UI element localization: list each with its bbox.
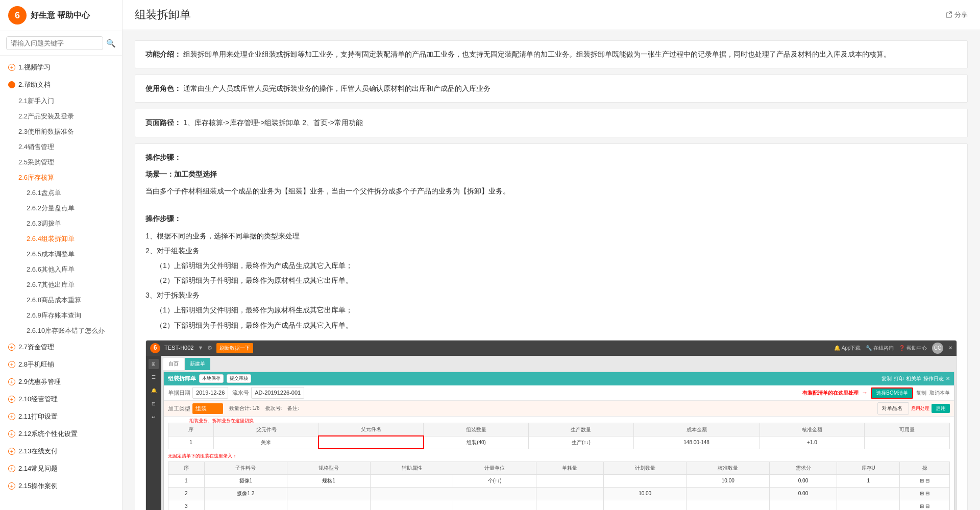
num-val: AD-20191226-001 <box>251 387 304 399</box>
app-title: 好生意 帮助中心 <box>31 10 90 21</box>
sidebar-item-docs-2-4[interactable]: 2.4销售管理 <box>0 139 122 155</box>
main-panel: 组装拆卸单 分享 功能介绍： 组装拆卸单用来处理企业组装或拆卸等加工业务，支持有… <box>122 0 980 510</box>
sidebar-item-docs-2-5[interactable]: 2.5采购管理 <box>0 155 122 170</box>
scene-desc: 当由多个子件材料组装成一个成品的业务为【组装】业务，当由一个父件拆分成多个子产品… <box>145 185 957 198</box>
intro-block: 功能介绍： 组装拆卸单用来处理企业组装或拆卸等加工业务，支持有固定装配清单的产品… <box>135 40 968 68</box>
sim-lower-table: 序 子件料号 规格型号 辅助属性 计量单位 单耗量 计划数量 核 <box>168 462 950 510</box>
sidebar-item-docs-2-6-2[interactable]: 2.6.2分量盘点单 <box>0 201 122 216</box>
expand-icon <box>8 344 15 351</box>
share-button[interactable]: 分享 <box>945 10 968 19</box>
sidebar-item-docs-2-2[interactable]: 2.2产品安装及登录 <box>0 109 122 124</box>
share-icon <box>945 11 952 18</box>
sidebar-item-faq[interactable]: 2.14常见问题 <box>0 460 122 477</box>
sidebar-item-settings[interactable]: 2.12系统个性化设置 <box>0 425 122 443</box>
annotation1-text: 有装配清单的在这里处理 <box>802 388 859 398</box>
sim-tab-home[interactable]: 自页 <box>163 358 184 370</box>
annotation2-text: 组装业务、拆卸业务在这里切换 <box>189 418 254 423</box>
sim-screenshot: 6 TEST-H002 ▼ ⚙ 刷新数据一下 🔔 App下载 🔧 在线咨询 ❓ … <box>146 341 957 510</box>
sim-copy-text: 复制 <box>916 388 926 398</box>
sim-tab-new[interactable]: 新建单 <box>185 358 210 370</box>
sim-enable-btn[interactable]: 启用 <box>932 404 950 413</box>
sidebar-item-docs-2-1[interactable]: 2.1新手入门 <box>0 93 122 109</box>
step2: 2、对于组装业务 <box>145 245 957 257</box>
role-label: 使用角色： <box>145 84 181 92</box>
date-val: 2019-12-26 <box>192 387 228 399</box>
col-approve-amt: 核准金额 <box>760 423 865 436</box>
col-parent-name: 父元件名 <box>318 423 424 436</box>
path-block: 页面路径： 1、库存核算->库存管理->组装拆卸单 2、首页->常用功能 <box>135 109 968 137</box>
table-row: 2 摄像1 2 10.00 <box>168 488 950 500</box>
num-label: 流水号 <box>232 388 249 398</box>
sidebar-item-coupon[interactable]: 2.9优惠券管理 <box>0 373 122 391</box>
step3-1: （1）上部明细为父件明细，最终作为原材料生成其它出库单； <box>145 304 957 317</box>
steps-block: 操作步骤： 场景一：加工类型选择 当由多个子件材料组装成一个成品的业务为【组装】… <box>135 143 968 510</box>
sidebar-item-docs[interactable]: 2.帮助文档 <box>0 76 122 93</box>
main-content: 功能介绍： 组装拆卸单用来处理企业组装或拆卸等加工业务，支持有固定装配清单的产品… <box>122 30 980 510</box>
sim-field-num: 流水号 AD-20191226-001 <box>232 387 304 399</box>
sidebar-item-video[interactable]: 1.视频学习 <box>0 59 122 76</box>
sim-bom-btn-wrapper: 选择BOM清单 <box>871 387 913 399</box>
sidebar-item-docs-2-6-8[interactable]: 2.6.8商品成本重算 <box>0 293 122 308</box>
sim-field-date: 单据日期 2019-12-26 <box>168 387 228 399</box>
table-row: 1 摄像1 规格1 个(↑↓) 10.00 <box>168 475 950 488</box>
path-label: 页面路径： <box>145 118 181 127</box>
annotation2-container: 组装业务、拆卸业务在这里切换 <box>189 416 254 425</box>
sidebar-item-ops[interactable]: 2.10经营管理 <box>0 391 122 408</box>
sim-submit-btn[interactable]: 提交审核 <box>227 374 251 383</box>
step2-2: （2）下部明细为子件明细，最终作为原材料生成其它出库单。 <box>145 274 957 287</box>
sidebar-item-pay[interactable]: 2.13在线支付 <box>0 443 122 460</box>
steps-sub-title: 操作步骤： <box>145 212 957 225</box>
intro-label: 功能介绍： <box>145 50 181 58</box>
sim-type-field: 加工类型 组装 <box>168 403 223 415</box>
type-label: 加工类型 <box>168 404 190 414</box>
sidebar-item-docs-2-6[interactable]: 2.6库存核算 <box>0 170 122 185</box>
sidebar-item-label: 2.11打印设置 <box>18 412 58 421</box>
expand-icon <box>8 361 15 368</box>
nav-section: 1.视频学习 2.帮助文档 2.1新手入门 2.2产品安装及登录 2.3使用前数… <box>0 56 122 498</box>
step3: 3、对于拆装业务 <box>145 289 957 302</box>
sim-extra-fields: 数量合计: 1/6 批次号: 备注: <box>229 404 299 413</box>
sidebar-item-mobile[interactable]: 2.8手机旺铺 <box>0 356 122 373</box>
screenshot-container: 6 TEST-H002 ▼ ⚙ 刷新数据一下 🔔 App下载 🔧 在线咨询 ❓ … <box>145 340 957 510</box>
sidebar-item-docs-2-6-10[interactable]: 2.6.10库存账本错了怎么办 <box>0 323 122 338</box>
sidebar-item-label: 1.视频学习 <box>18 63 51 72</box>
expand-icon <box>8 448 15 455</box>
sim-save-btn[interactable]: 本地保存 <box>199 374 224 383</box>
sidebar-item-label: 2.8手机旺铺 <box>18 360 54 369</box>
sim-enable-area: 对单品名 启用处理 启用 <box>877 402 950 415</box>
sidebar-item-docs-2-6-3[interactable]: 2.6.3调拨单 <box>0 216 122 231</box>
sidebar-item-docs-2-6-9[interactable]: 2.6.9库存账本查询 <box>0 308 122 323</box>
sim-enable-field: 对单品名 <box>877 402 909 415</box>
sidebar-item-print[interactable]: 2.11打印设置 <box>0 408 122 425</box>
search-input[interactable] <box>6 36 103 50</box>
sidebar-item-docs-2-6-4[interactable]: 2.6.4组装拆卸单 <box>0 231 122 247</box>
step2-1: （1）上部明细为父件明细，最终作为产成品生成其它入库单； <box>145 259 957 272</box>
sidebar-item-docs-2-3[interactable]: 2.3使用前数据准备 <box>0 124 122 139</box>
sidebar-item-money[interactable]: 2.7资金管理 <box>0 338 122 356</box>
sim-cancel-text: 取消本单 <box>929 388 950 398</box>
expand-icon <box>8 64 15 71</box>
collapse-icon <box>8 81 15 88</box>
expand-icon <box>8 413 15 420</box>
sim-tabs-row: 自页 新建单 <box>163 358 954 370</box>
sim-body: ⊞ ☰ 🔔 ⊡ ↩ 自页 新建单 <box>146 356 957 510</box>
table-row: 1 关米 组装(40) 生产(↑↓) 148.00-148 +1.0 <box>168 436 950 449</box>
date-label: 单据日期 <box>168 388 190 398</box>
sim-upper-table: 序 父元件号 父元件名 组装数量 生产数量 成本金额 核准金额 <box>168 423 950 449</box>
sidebar-item-label: 2.10经营管理 <box>18 395 58 404</box>
sidebar-item-docs-2-6-7[interactable]: 2.6.7其他出库单 <box>0 277 122 293</box>
sidebar-item-docs-2-6-5[interactable]: 2.6.5成本调整单 <box>0 247 122 262</box>
sidebar-item-label: 2.7资金管理 <box>18 343 54 352</box>
sidebar-item-cases[interactable]: 2.15操作案例 <box>0 477 122 495</box>
share-label: 分享 <box>954 10 968 19</box>
page-title: 组装拆卸单 <box>135 7 191 22</box>
sim-top-bar: 6 TEST-H002 ▼ ⚙ 刷新数据一下 🔔 App下载 🔧 在线咨询 ❓ … <box>146 341 957 356</box>
search-button[interactable]: 🔍 <box>106 39 116 48</box>
sim-inner-top: 组装拆卸单 本地保存 提交审核 复制打印相关单操作日志✕ <box>164 372 954 385</box>
sim-bom-btn[interactable]: 选择BOM清单 <box>872 388 912 398</box>
expand-icon <box>8 396 15 403</box>
sidebar-item-docs-2-6-6[interactable]: 2.6.6其他入库单 <box>0 262 122 277</box>
intro-text: 组装拆卸单用来处理企业组装或拆卸等加工业务，支持有固定装配清单的产品加工业务，也… <box>183 50 891 58</box>
sim-side-icons: ⊞ ☰ 🔔 ⊡ ↩ <box>146 356 161 510</box>
sidebar-item-docs-2-6-1[interactable]: 2.6.1盘点单 <box>0 185 122 201</box>
